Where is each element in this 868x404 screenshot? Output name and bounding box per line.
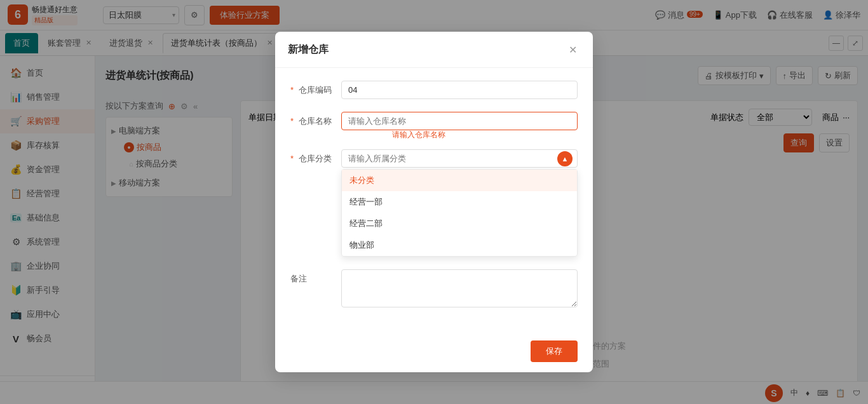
- code-required-star: *: [290, 85, 294, 95]
- note-label: 备注: [290, 269, 341, 285]
- save-button[interactable]: 保存: [531, 340, 578, 362]
- code-row: * 仓库编码: [290, 81, 578, 99]
- modal-body: * 仓库编码 * 仓库名称 请输入仓库名称 * 仓库分类 ▲: [275, 68, 593, 333]
- name-row: * 仓库名称 请输入仓库名称: [290, 112, 578, 130]
- note-row: 备注: [290, 269, 578, 307]
- new-warehouse-modal: 新增仓库 ✕ * 仓库编码 * 仓库名称 请输入仓库名称 *: [275, 32, 593, 372]
- category-chevron-icon[interactable]: ▲: [557, 151, 573, 166]
- modal-close-button[interactable]: ✕: [565, 42, 580, 57]
- category-label: * 仓库分类: [290, 149, 341, 165]
- category-wrap: ▲ 未分类 经营一部 经营二部 物业部: [341, 149, 578, 168]
- name-label: * 仓库名称: [290, 112, 341, 127]
- category-row: * 仓库分类 ▲ 未分类 经营一部 经营二部 物业部: [290, 149, 578, 168]
- code-label: * 仓库编码: [290, 81, 341, 96]
- dropdown-item-property[interactable]: 物业部: [342, 234, 577, 256]
- code-input[interactable]: [341, 81, 578, 99]
- dropdown-item-unclassified[interactable]: 未分类: [342, 170, 577, 191]
- modal-header: 新增仓库 ✕: [275, 32, 593, 68]
- dropdown-item-dept2[interactable]: 经营二部: [342, 213, 577, 234]
- modal-title: 新增仓库: [288, 43, 329, 57]
- dropdown-item-dept1[interactable]: 经营一部: [342, 191, 577, 213]
- modal-footer: 保存: [275, 333, 593, 372]
- name-input-wrap: 请输入仓库名称: [341, 112, 578, 130]
- name-input[interactable]: [341, 112, 578, 130]
- category-input[interactable]: [341, 149, 578, 168]
- name-required-star: *: [290, 116, 294, 126]
- category-dropdown: 未分类 经营一部 经营二部 物业部: [341, 169, 578, 257]
- category-required-star: *: [290, 154, 294, 163]
- note-textarea[interactable]: [341, 269, 578, 307]
- name-error-message: 请输入仓库名称: [392, 130, 445, 140]
